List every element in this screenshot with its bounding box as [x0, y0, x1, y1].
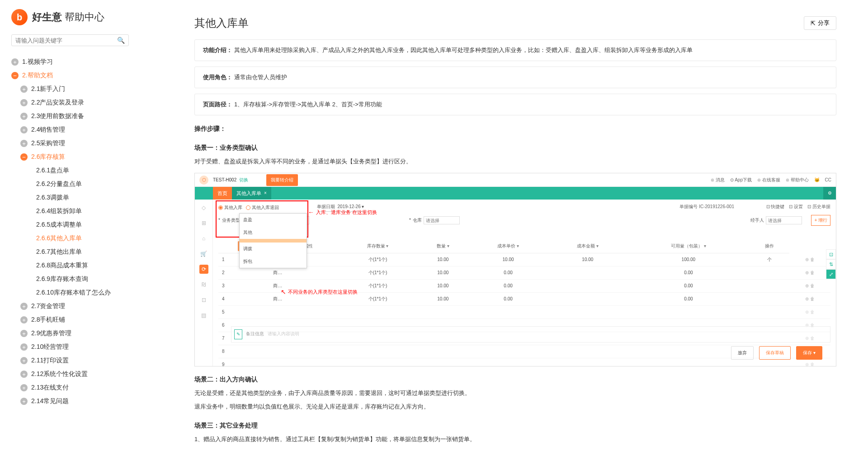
plus-icon: + — [20, 113, 28, 120]
nav-item[interactable]: 2.6.9库存账本查询 — [11, 272, 194, 286]
nav-item[interactable]: +2.8手机旺铺 — [11, 313, 194, 327]
nav-item[interactable]: +2.10经营管理 — [11, 340, 194, 354]
plus-icon: + — [20, 384, 28, 391]
save-button: 保存 — [796, 346, 822, 360]
nav-item[interactable]: +2.13在线支付 — [11, 381, 194, 395]
annotation-1: ←入库、退库业务 在这里切换 — [308, 206, 377, 219]
logo-icon: b — [11, 9, 28, 25]
share-icon: ⇱ — [811, 20, 816, 27]
plus-icon: + — [20, 126, 28, 133]
tab-home: 首页 — [213, 187, 232, 200]
search-input[interactable] — [15, 37, 117, 44]
scene2-text1: 无论是受赠，还是其他类型的业务，由于入库商品质量等原因，需要退回，这时可通过单据… — [194, 387, 836, 399]
nav-item[interactable]: +2.3使用前数据准备 — [11, 109, 194, 123]
app-logo-icon: ⬡ — [199, 176, 208, 185]
search-box[interactable]: 🔍 — [11, 34, 129, 46]
nav-item[interactable]: 2.6.2分量盘点单 — [11, 177, 194, 191]
avatar-icon: 🐱 — [814, 176, 820, 185]
plus-icon: + — [20, 99, 28, 106]
gear-icon: ⚙ — [823, 187, 836, 200]
plus-icon: + — [20, 303, 28, 310]
scene3-text: 1、赠品入库的商品直接转为销售。通过工具栏【复制/复制为销货单】功能，将单据信息… — [194, 433, 836, 445]
nav-item[interactable]: 2.6.7其他出库单 — [11, 245, 194, 259]
discard-button: 放弃 — [731, 346, 754, 360]
remark-box: ✎ 备注信息 请输入内容说明 — [231, 326, 830, 343]
nav-tree: +1.视频学习−2.帮助文档+2.1新手入门+2.2产品安装及登录+2.3使用前… — [11, 55, 194, 408]
minus-icon: − — [11, 72, 19, 79]
page-title: 其他入库单 — [194, 16, 249, 30]
plus-icon: + — [20, 140, 28, 147]
app-side-rail: ◇⊞⌂🛒⟳₪⊡▤ — [195, 200, 213, 366]
path-card: 页面路径：1、库存核算->库存管理->其他入库单 2、首页->常用功能 — [194, 94, 836, 115]
nav-item[interactable]: +2.12系统个性化设置 — [11, 367, 194, 381]
nav-item[interactable]: +2.14常见问题 — [11, 395, 194, 408]
nav-item[interactable]: +2.7资金管理 — [11, 300, 194, 313]
biz-type-dropdown: 盘盈其他调拨拆包 — [239, 213, 307, 268]
minus-icon: − — [20, 153, 28, 161]
scene1-text: 对于受赠、盘盈或是拆装入库等不同的业务，是通过单据头【业务类型】进行区分。 — [194, 156, 836, 167]
nav-item[interactable]: 2.6.3调拨单 — [11, 191, 194, 205]
embedded-screenshot: ⬡ TEST-H002 切换 我要转介绍 ⊙ 消息⊙ App下载⊙ 在线客服⊙ … — [194, 173, 836, 366]
scene1-heading: 场景一：业务类型确认 — [194, 141, 836, 154]
annotation-2: ↖不同业务的入库类型在这里切换 — [281, 285, 358, 298]
nav-item[interactable]: +2.11打印设置 — [11, 354, 194, 367]
plus-icon: + — [20, 86, 28, 93]
nav-item[interactable]: 2.6.6其他入库单 — [11, 232, 194, 245]
doc-no-field: 单据编号 IC-20191226-001 — [679, 202, 734, 211]
nav-item[interactable]: 2.6.10库存账本错了怎么办 — [11, 286, 194, 300]
plus-icon: + — [20, 330, 28, 337]
plus-icon: + — [20, 398, 28, 405]
nav-item[interactable]: 2.6.4组装拆卸单 — [11, 205, 194, 218]
plus-icon: + — [20, 357, 28, 364]
nav-item[interactable]: 2.6.8商品成本重算 — [11, 259, 194, 272]
nav-item[interactable]: +1.视频学习 — [11, 55, 194, 69]
share-button[interactable]: ⇱ 分享 — [804, 16, 836, 30]
scene2-text2: 退库业务中，明细数量均以负值红色展示。无论是入库还是退库，库存账均记在入库方向。 — [194, 401, 836, 413]
logo-text: 好生意 帮助中心 — [32, 10, 104, 24]
steps-heading: 操作步骤： — [194, 122, 836, 135]
nav-item[interactable]: +2.1新手入门 — [11, 82, 194, 96]
plus-icon: + — [20, 343, 28, 351]
search-icon[interactable]: 🔍 — [117, 37, 125, 44]
nav-item[interactable]: +2.4销售管理 — [11, 123, 194, 137]
plus-icon: + — [11, 58, 19, 66]
role-card: 使用角色：通常由仓管人员维护 — [194, 67, 836, 88]
nav-item[interactable]: 2.6.1盘点单 — [11, 164, 194, 177]
plus-icon: + — [20, 371, 28, 378]
nav-item[interactable]: −2.6库存核算 — [11, 150, 194, 164]
scene2-heading: 场景二：出入方向确认 — [194, 373, 836, 385]
intro-card: 功能介绍：其他入库单用来处理除采购入库、产成品入库之外的其他入库业务，因此其他入… — [194, 39, 836, 61]
draft-button: 保存草稿 — [759, 346, 791, 360]
tab-active: 其他入库单× — [232, 187, 271, 200]
plus-icon: + — [20, 316, 28, 324]
nav-item[interactable]: 2.6.5成本调整单 — [11, 218, 194, 232]
article-body: 操作步骤： 场景一：业务类型确认 对于受赠、盘盈或是拆装入库等不同的业务，是通过… — [194, 122, 836, 445]
nav-item[interactable]: −2.帮助文档 — [11, 69, 194, 82]
scene3-heading: 场景三：其它业务处理 — [194, 419, 836, 432]
sidebar: b 好生意 帮助中心 🔍 +1.视频学习−2.帮助文档+2.1新手入门+2.2产… — [0, 0, 194, 452]
side-tools: ⊡⇅⤢ — [826, 249, 836, 279]
nav-item[interactable]: +2.5采购管理 — [11, 137, 194, 150]
nav-item[interactable]: +2.2产品安装及登录 — [11, 96, 194, 109]
nav-item[interactable]: +2.9优惠券管理 — [11, 327, 194, 340]
referral-button: 我要转介绍 — [266, 174, 298, 186]
logo: b 好生意 帮助中心 — [11, 9, 194, 25]
main-content: 其他入库单 ⇱ 分享 功能介绍：其他入库单用来处理除采购入库、产成品入库之外的其… — [194, 0, 868, 452]
